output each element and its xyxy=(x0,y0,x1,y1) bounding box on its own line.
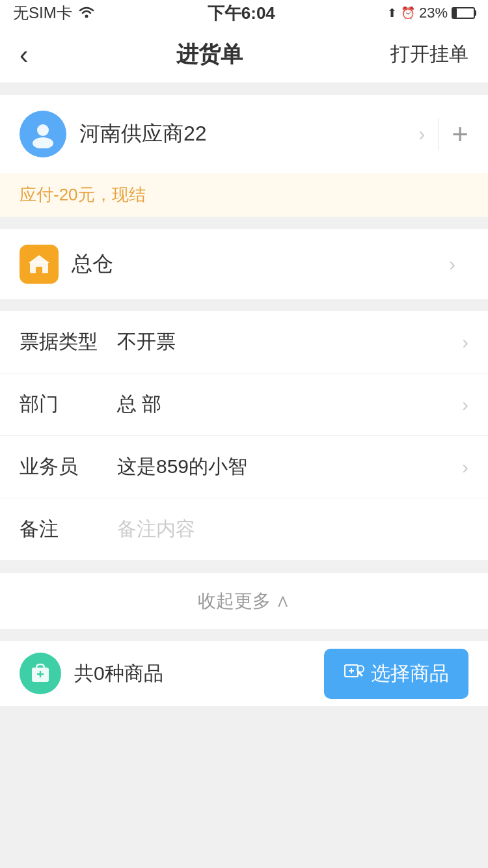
invoice-label: 票据类型 xyxy=(20,329,104,355)
svg-rect-5 xyxy=(36,267,42,273)
divider-vertical xyxy=(438,118,439,150)
dept-label: 部门 xyxy=(20,391,104,418)
carrier-text: 无SIM卡 xyxy=(13,3,72,23)
svg-point-0 xyxy=(85,15,88,18)
collapse-row[interactable]: 收起更多 ∧ xyxy=(0,573,488,629)
wifi-icon xyxy=(77,4,96,22)
svg-marker-4 xyxy=(29,255,49,263)
dept-chevron-icon: › xyxy=(462,394,468,416)
status-time: 下午6:04 xyxy=(208,2,275,25)
status-bar: 无SIM卡 下午6:04 ⬆ ⏰ 23% xyxy=(0,0,488,26)
warehouse-chevron-icon: › xyxy=(449,253,455,275)
dept-value: 总 部 xyxy=(104,391,462,418)
supplier-chevron-icon: › xyxy=(418,123,425,145)
form-section: 票据类型 不开票 › 部门 总 部 › 业务员 这是859的小智 › 备注 备注… xyxy=(0,311,488,561)
supplier-avatar xyxy=(20,111,66,157)
dept-row[interactable]: 部门 总 部 › xyxy=(0,373,488,436)
sales-chevron-icon: › xyxy=(462,456,468,478)
divider-top xyxy=(0,83,488,95)
warehouse-name: 总仓 xyxy=(72,250,449,278)
goods-count: 共0种商品 xyxy=(74,660,324,687)
add-supplier-button[interactable]: + xyxy=(452,120,468,148)
warehouse-icon xyxy=(20,245,59,284)
remark-row[interactable]: 备注 备注内容 xyxy=(0,498,488,561)
svg-point-2 xyxy=(33,137,53,148)
invoice-row[interactable]: 票据类型 不开票 › xyxy=(0,311,488,373)
supplier-section: 河南供应商22 › + 应付-20元，现结 xyxy=(0,95,488,217)
alarm-icon: ⏰ xyxy=(401,6,415,20)
nav-bar: ‹ 进货单 打开挂单 xyxy=(0,26,488,83)
sales-value: 这是859的小智 xyxy=(104,454,462,480)
select-goods-icon xyxy=(344,662,364,685)
bottom-bar: 共0种商品 选择商品 xyxy=(0,641,488,706)
sales-row[interactable]: 业务员 这是859的小智 › xyxy=(0,436,488,498)
warehouse-section: 总仓 › xyxy=(0,228,488,299)
notice-text: 应付-20元，现结 xyxy=(20,185,146,204)
invoice-chevron-icon: › xyxy=(462,331,468,353)
svg-point-1 xyxy=(37,124,49,136)
supplier-name: 河南供应商22 xyxy=(79,120,418,148)
page-title: 进货单 xyxy=(176,40,243,70)
select-goods-button[interactable]: 选择商品 xyxy=(324,649,468,699)
divider-warehouse xyxy=(0,217,488,228)
supplier-row[interactable]: 河南供应商22 › + xyxy=(0,95,488,173)
back-button[interactable]: ‹ xyxy=(20,42,28,68)
remark-input[interactable]: 备注内容 xyxy=(104,516,468,543)
notice-bar: 应付-20元，现结 xyxy=(0,173,488,217)
remark-label: 备注 xyxy=(20,516,104,543)
status-right: ⬆ ⏰ 23% xyxy=(387,5,475,21)
goods-icon xyxy=(20,653,61,694)
status-left: 无SIM卡 xyxy=(13,3,96,23)
battery-percent: 23% xyxy=(419,5,448,21)
invoice-value: 不开票 xyxy=(104,329,462,355)
open-pending-button[interactable]: 打开挂单 xyxy=(390,41,468,68)
battery-icon xyxy=(452,7,475,19)
location-icon: ⬆ xyxy=(387,6,397,20)
warehouse-row[interactable]: 总仓 › xyxy=(0,228,488,299)
sales-label: 业务员 xyxy=(20,454,104,480)
collapse-label: 收起更多 ∧ xyxy=(198,589,291,614)
select-goods-label: 选择商品 xyxy=(371,660,449,687)
